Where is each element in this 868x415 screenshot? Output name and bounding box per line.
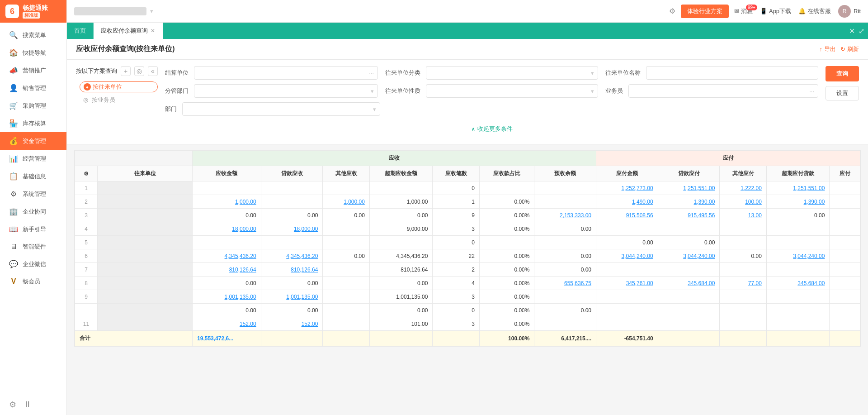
sidebar-item-finance[interactable]: 💰 资金管理 [0, 132, 66, 150]
table-cell[interactable] [766, 304, 830, 317]
tab-close-all-icon[interactable]: ✕ [849, 27, 855, 35]
table-cell[interactable] [596, 263, 658, 277]
table-cell[interactable]: 0.00 [323, 209, 370, 222]
table-cell[interactable]: 77.00 [720, 277, 767, 290]
cell-link[interactable]: 3,044,240.00 [622, 253, 653, 259]
table-cell[interactable]: 3,044,240.00 [658, 249, 720, 263]
table-cell[interactable]: 655,636.75 [534, 277, 596, 290]
sidebar-item-purchase[interactable]: 🛒 采购管理 [0, 97, 66, 114]
table-cell[interactable]: 0.00 [193, 277, 261, 290]
table-cell[interactable]: 0.00 [534, 304, 596, 317]
table-cell[interactable] [596, 290, 658, 304]
query-button[interactable]: 查询 [826, 66, 859, 81]
cell-link[interactable]: 1,000.00 [344, 199, 365, 205]
pause-icon[interactable]: ⏸ [24, 400, 32, 410]
cell-link[interactable]: 915,495.56 [688, 212, 715, 219]
sidebar-item-vip[interactable]: V 畅会员 [0, 273, 66, 290]
cell-link[interactable]: 18,000.00 [294, 226, 318, 232]
cell-link[interactable]: 345,684.00 [688, 280, 715, 286]
table-cell[interactable]: 4,345,436.20 [193, 249, 261, 263]
cell-link[interactable]: 655,636.75 [564, 280, 591, 286]
sidebar-item-marketing[interactable]: 📣 营销推广 [0, 62, 66, 79]
table-cell[interactable] [323, 317, 370, 331]
table-cell[interactable] [323, 236, 370, 249]
table-cell[interactable]: 13.00 [720, 209, 767, 222]
table-cell[interactable] [596, 222, 658, 236]
cell-link[interactable]: 3,044,240.00 [793, 253, 825, 259]
dept-select[interactable]: ▾ [182, 102, 380, 116]
table-cell[interactable]: 0.00 [193, 304, 261, 317]
cell-link[interactable]: 810,126.64 [291, 267, 318, 273]
table-cell[interactable] [534, 195, 596, 209]
cell-link[interactable]: 1,251,551.00 [793, 185, 825, 191]
table-cell[interactable] [720, 222, 767, 236]
cell-link[interactable]: 1,000.00 [235, 199, 256, 205]
table-cell[interactable] [323, 222, 370, 236]
table-cell[interactable]: 1,251,551.00 [766, 181, 830, 195]
table-cell[interactable]: 1,251,551.00 [658, 181, 720, 195]
message-button[interactable]: ✉ 消息 99+ [734, 7, 753, 15]
scheme-option-salesperson[interactable]: ◎ 按业务员 [80, 95, 158, 105]
table-cell[interactable]: 0.00 [766, 209, 830, 222]
user-menu[interactable]: R Rit [838, 5, 861, 18]
table-cell[interactable] [766, 290, 830, 304]
cell-link[interactable]: 345,684.00 [797, 280, 825, 286]
table-cell[interactable]: 1,222.00 [720, 181, 767, 195]
table-cell[interactable] [658, 317, 720, 331]
target-scheme-button[interactable]: ◎ [134, 66, 144, 76]
cell-link[interactable]: 1,390.00 [804, 199, 825, 205]
trial-button[interactable]: 体验行业方案 [681, 5, 729, 18]
cell-link[interactable]: 152.00 [302, 321, 318, 327]
sidebar-item-quick-nav[interactable]: 🏠 快捷导航 [0, 44, 66, 62]
table-cell[interactable]: 0.00 [193, 209, 261, 222]
cell-link[interactable]: 810,126.64 [229, 267, 256, 273]
collapse-button[interactable]: ∧ 收起更多条件 [471, 125, 513, 133]
table-cell[interactable] [720, 263, 767, 277]
table-cell[interactable] [658, 304, 720, 317]
collapse-scheme-button[interactable]: « [148, 66, 158, 76]
cell-link[interactable]: 152.00 [240, 321, 256, 327]
table-cell[interactable]: 0.00 [261, 277, 323, 290]
table-cell[interactable] [720, 290, 767, 304]
scheme-option-partner[interactable]: ● 按往来单位 [80, 81, 158, 92]
table-cell[interactable]: 3,044,240.00 [766, 249, 830, 263]
table-cell[interactable]: 1,390.00 [766, 195, 830, 209]
table-cell[interactable]: 1,252,773.00 [596, 181, 658, 195]
table-cell[interactable] [720, 317, 767, 331]
sidebar-item-inventory[interactable]: 🏪 库存核算 [0, 114, 66, 132]
sidebar-item-wechat[interactable]: 💬 企业微信 [0, 255, 66, 273]
table-cell[interactable] [534, 236, 596, 249]
sidebar-item-system[interactable]: ⚙ 系统管理 [0, 185, 66, 203]
table-cell[interactable]: 345,684.00 [766, 277, 830, 290]
partner-nature-select[interactable]: ▾ [426, 84, 598, 98]
table-cell[interactable] [323, 290, 370, 304]
table-cell[interactable]: 345,761.00 [596, 277, 658, 290]
add-scheme-button[interactable]: + [121, 66, 131, 76]
settings-bottom-icon[interactable]: ⚙ [9, 400, 16, 410]
partner-category-select[interactable]: ▾ [426, 66, 598, 80]
tab-close-icon[interactable]: ✕ [151, 28, 155, 34]
cell-link[interactable]: 1,490.00 [632, 199, 653, 205]
sidebar-item-hardware[interactable]: 🖥 智能硬件 [0, 238, 66, 255]
settlement-unit-input[interactable]: ··· [194, 66, 378, 80]
table-cell[interactable]: 0.00 [720, 249, 767, 263]
cell-link[interactable]: 1,390.00 [694, 199, 715, 205]
cell-link[interactable]: 2,153,333.00 [560, 212, 591, 219]
table-cell[interactable] [534, 317, 596, 331]
sidebar-item-search[interactable]: 🔍 搜索菜单 [0, 26, 66, 44]
export-button[interactable]: ↑ 导出 [820, 45, 836, 53]
cell-link[interactable]: 100.00 [745, 199, 762, 205]
table-cell[interactable] [766, 263, 830, 277]
table-cell[interactable] [658, 263, 720, 277]
table-cell[interactable] [261, 195, 323, 209]
table-cell[interactable]: 0.00 [261, 209, 323, 222]
table-cell[interactable]: 0.00 [658, 236, 720, 249]
setting-button[interactable]: 设置 [826, 86, 859, 100]
tab-ar-ap[interactable]: 应收应付余额查询 ✕ [94, 23, 163, 39]
table-cell[interactable]: 0.00 [596, 236, 658, 249]
table-cell[interactable]: 18,000.00 [193, 222, 261, 236]
table-cell[interactable] [261, 181, 323, 195]
table-cell[interactable]: 2,153,333.00 [534, 209, 596, 222]
cell-link[interactable]: 1,001,135.00 [225, 294, 256, 300]
table-cell[interactable]: 915,495.56 [658, 209, 720, 222]
